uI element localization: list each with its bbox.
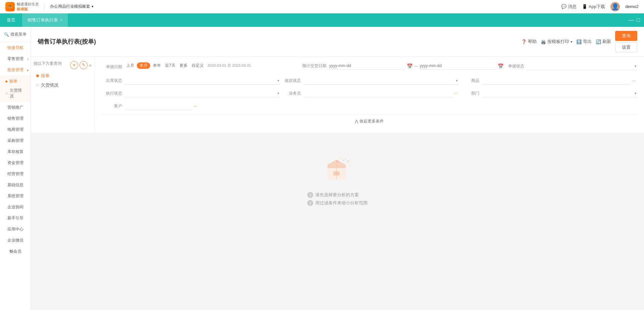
- quick-nav-label: 快捷导航: [7, 45, 23, 51]
- chevron-icon: ›: [28, 57, 29, 61]
- customer-more-icon[interactable]: ···: [192, 103, 199, 109]
- filter-item-dept: 部门 ▾: [459, 89, 637, 97]
- shortcut-7days[interactable]: 近7天: [164, 62, 177, 69]
- sidebar-item-enterprise[interactable]: 企业协同: [0, 202, 31, 213]
- out-status-select-wrapper: ▾: [125, 76, 280, 85]
- query-button[interactable]: 查询: [615, 31, 637, 41]
- sidebar-item-wechat[interactable]: 企业微信: [0, 235, 31, 246]
- circle-icon: [36, 84, 39, 87]
- avatar[interactable]: 👤: [610, 2, 620, 11]
- sidebar-item-system[interactable]: 系统管理: [0, 191, 31, 202]
- scheme-option-order[interactable]: 按单: [34, 71, 92, 81]
- search-menu-button[interactable]: 🔍 搜索菜单: [3, 30, 28, 39]
- edit-scheme-button[interactable]: ✎: [79, 61, 88, 69]
- exec-status-select[interactable]: [125, 89, 280, 97]
- dept-label: 部门: [459, 91, 482, 96]
- sidebar-item-member[interactable]: 畅会员: [0, 246, 31, 257]
- refresh-button[interactable]: 🔄 刷新: [596, 39, 611, 45]
- sidebar-item-ecommerce[interactable]: 电商管理: [0, 124, 31, 135]
- sidebar-sub-item-debt[interactable]: ○ 欠货情况: [0, 86, 31, 101]
- app-download-button[interactable]: 📱 App下载: [582, 4, 605, 10]
- shortcut-custom[interactable]: 自定义: [190, 62, 205, 69]
- shortcut-current-month[interactable]: 本月: [137, 62, 150, 69]
- sidebar-sub-item-order[interactable]: 按单: [0, 77, 31, 86]
- goods-label: 商品: [459, 78, 482, 84]
- help-button[interactable]: ❓ 帮助: [521, 39, 537, 45]
- message-button[interactable]: 💬 消息: [561, 4, 577, 10]
- expected-date-from[interactable]: [329, 62, 406, 70]
- sidebar-item-basic[interactable]: 基础信息: [0, 179, 31, 191]
- filter-item-status: 单据状态 ▾: [503, 62, 638, 70]
- sidebar-sub-menu: 按单 ○ 欠货情况: [0, 75, 31, 102]
- calendar-icon-2[interactable]: 📅: [498, 63, 503, 69]
- industry-select[interactable]: 办公用品行业模拟账套 ▾: [50, 4, 94, 9]
- scheme-option-debt[interactable]: 欠货情况: [34, 81, 92, 90]
- svg-point-10: [343, 160, 344, 161]
- logo-icon: 🐯: [5, 2, 15, 11]
- logo-area: 🐯 畅捷通好生意 标准版: [5, 2, 39, 11]
- collapse-filters-button[interactable]: ⋀ 收起更多条件: [101, 115, 637, 127]
- shortcut-last-month[interactable]: 上月: [125, 62, 136, 69]
- collapse-left-button[interactable]: «: [89, 62, 92, 68]
- status-select-wrapper: ▾: [527, 62, 638, 70]
- goods-input[interactable]: [482, 76, 631, 85]
- receipt-status-select[interactable]: [304, 76, 459, 85]
- sidebar-item-purchase[interactable]: 采购管理: [0, 135, 31, 146]
- maximize-icon[interactable]: □: [637, 17, 640, 23]
- goods-more-icon[interactable]: ···: [631, 78, 637, 83]
- sidebar-item-marketing[interactable]: 营销推广: [0, 102, 31, 113]
- expected-date-to[interactable]: [420, 62, 496, 70]
- sidebar-item-wholesale[interactable]: 批发管理 ▾: [0, 64, 31, 75]
- filter-panel: 按以下方案查询 + ✎ « 按单 欠货情况: [31, 57, 644, 133]
- customer-input[interactable]: [125, 102, 192, 110]
- sidebar-item-inventory[interactable]: 库存核算: [0, 146, 31, 157]
- calendar-icon-1[interactable]: 📅: [407, 63, 413, 69]
- export-button[interactable]: ⬆️ 导出: [576, 39, 592, 45]
- status-label: 单据状态: [503, 63, 527, 69]
- sidebar-item-newbie[interactable]: 新手引导: [0, 213, 31, 224]
- filter-item-exec-status: 执行状态 ▾: [101, 89, 280, 97]
- template-print-button[interactable]: 🖨️ 按模板打印 ▾: [541, 39, 572, 45]
- phone-icon: 📱: [582, 4, 587, 9]
- svg-rect-5: [333, 171, 339, 175]
- minimize-icon[interactable]: —: [629, 17, 634, 23]
- expected-date-control: 📅 — 📅: [329, 62, 503, 70]
- date-range-text: 2023-03-01 至 2023-03-31: [208, 63, 251, 68]
- svg-point-8: [350, 165, 351, 166]
- chevron-down-icon: ▾: [92, 4, 94, 9]
- refresh-icon: 🔄: [596, 39, 601, 44]
- page-header: 销售订单执行表(按单) ❓ 帮助 🖨️ 按模板打印 ▾ ⬆️ 导出 🔄 刷新: [31, 27, 644, 57]
- sidebar-item-sales[interactable]: 销售管理: [0, 113, 31, 124]
- query-actions: 查询 设置: [615, 31, 637, 52]
- settings-button[interactable]: 设置: [615, 42, 637, 52]
- salesperson-more-icon[interactable]: ···: [452, 91, 459, 96]
- out-status-select[interactable]: [125, 76, 280, 85]
- salesperson-label: 业务员: [280, 91, 304, 96]
- tab-home[interactable]: 首页: [0, 13, 22, 27]
- shortcut-current-year[interactable]: 本年: [152, 62, 162, 69]
- add-scheme-button[interactable]: +: [70, 61, 78, 69]
- svg-point-9: [339, 157, 342, 159]
- top-divider: [44, 3, 45, 10]
- dept-select[interactable]: [482, 89, 637, 97]
- sidebar-item-operation[interactable]: 经营管理: [0, 168, 31, 179]
- sidebar-item-quick-nav[interactable]: 快捷导航: [0, 42, 31, 53]
- tab-sales-order[interactable]: 销售订单执行表 ×: [22, 13, 68, 27]
- filter-item-receipt-status: 收款状态 ▾: [280, 76, 459, 85]
- salesperson-input[interactable]: [304, 89, 452, 97]
- shortcut-more[interactable]: 更多: [178, 62, 189, 69]
- username-label: demo2: [625, 4, 639, 9]
- sidebar-item-finance[interactable]: 资金管理: [0, 157, 31, 168]
- filter-item-out-status: 出库状态 ▾: [101, 76, 280, 85]
- filter-row-2: 出库状态 ▾ 收款状态: [101, 76, 637, 85]
- tab-close-icon[interactable]: ×: [60, 18, 62, 22]
- status-select[interactable]: [527, 62, 638, 70]
- expected-date-label: 预计交货日期: [302, 63, 329, 69]
- top-bar-right: 💬 消息 📱 App下载 👤 demo2: [561, 2, 639, 11]
- sidebar-item-appstore[interactable]: 应用中心: [0, 224, 31, 235]
- sidebar-search: 🔍 搜索菜单: [0, 27, 31, 42]
- date-shortcuts: 上月 本月 本年 近7天 更多 自定义 2023-03-01 至 2023-03…: [125, 62, 251, 69]
- sidebar-item-retail[interactable]: 零售管理 ›: [0, 53, 31, 64]
- empty-tip-2: 2 用过滤条件来缩小分析范围: [307, 200, 368, 206]
- filter-item-expected-date: 预计交货日期 📅 — 📅: [302, 62, 503, 70]
